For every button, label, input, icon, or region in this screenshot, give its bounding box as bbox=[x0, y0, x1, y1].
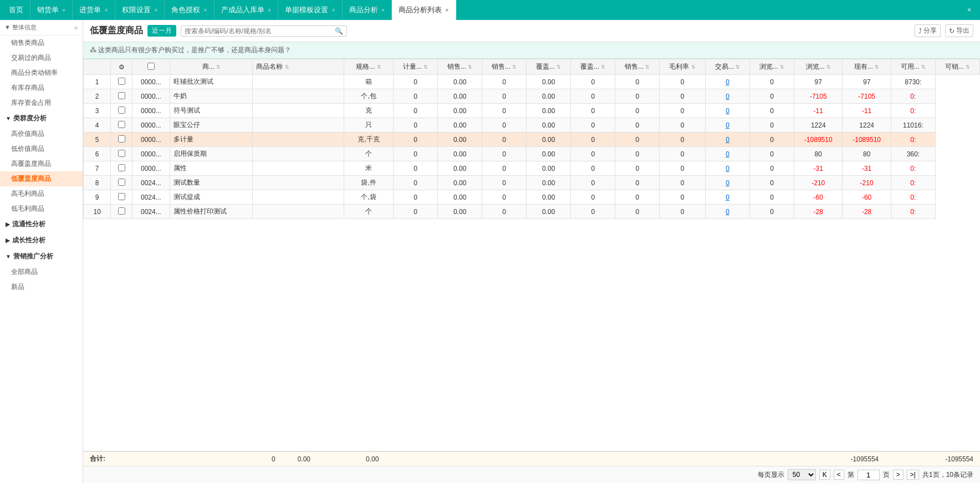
nav-close-product-analysis-list[interactable]: × bbox=[445, 7, 448, 13]
sidebar-item-in-stock-goods[interactable]: 有库存商品 bbox=[0, 80, 83, 95]
sidebar-item-category-rate[interactable]: 商品分类动销率 bbox=[0, 65, 83, 80]
row-checkbox[interactable] bbox=[118, 78, 125, 85]
cell-check[interactable] bbox=[111, 104, 132, 118]
nav-close-purchase-order[interactable]: × bbox=[104, 7, 108, 13]
row-checkbox[interactable] bbox=[118, 106, 125, 114]
cell-browse1[interactable]: 0 bbox=[706, 118, 750, 133]
nav-close-role-auth[interactable]: × bbox=[203, 7, 207, 13]
cell-browse1[interactable]: 0 bbox=[706, 190, 750, 205]
page-number-input[interactable] bbox=[858, 470, 880, 480]
row-checkbox[interactable] bbox=[118, 179, 125, 186]
nav-purchase-order[interactable]: 进货单 × bbox=[73, 0, 115, 20]
next-page-button[interactable]: > bbox=[893, 470, 904, 480]
col-header-cover2[interactable]: 覆盖... ⇅ bbox=[571, 59, 615, 75]
col-header-gross-margin[interactable]: 毛利率 ⇅ bbox=[660, 59, 706, 75]
sidebar-item-sales-goods[interactable]: 销售类商品 bbox=[0, 35, 83, 50]
cell-check[interactable] bbox=[111, 205, 132, 219]
col-header-cover1[interactable]: 覆盖... ⇅ bbox=[527, 59, 571, 75]
nav-home[interactable]: 首页 bbox=[2, 0, 30, 20]
nav-sales-order[interactable]: 销货单 × bbox=[30, 0, 73, 20]
row-checkbox[interactable] bbox=[118, 207, 125, 215]
search-icon[interactable]: 🔍 bbox=[335, 27, 343, 35]
settings-icon[interactable]: ⚙ bbox=[119, 63, 125, 71]
col-header-browse1[interactable]: 浏览... ⇅ bbox=[750, 59, 794, 75]
cell-browse1[interactable]: 0 bbox=[706, 89, 750, 104]
cell-browse1[interactable]: 0 bbox=[706, 205, 750, 219]
col-header-check[interactable]: ⚙ bbox=[111, 59, 132, 75]
nav-close-sales-order[interactable]: × bbox=[62, 7, 65, 13]
col-header-name[interactable]: 商品名称 ⇅ bbox=[253, 59, 344, 75]
select-all-checkbox[interactable] bbox=[147, 63, 155, 70]
sidebar-item-new-goods[interactable]: 新品 bbox=[0, 279, 83, 294]
row-checkbox[interactable] bbox=[118, 92, 125, 99]
col-header-sales-amt[interactable]: 销售... ⇅ bbox=[482, 59, 527, 75]
cell-check[interactable] bbox=[111, 147, 132, 161]
share-button[interactable]: ⤴ 分享 bbox=[915, 24, 941, 37]
cell-sales-qty: 0 bbox=[394, 176, 438, 190]
cell-check[interactable] bbox=[111, 118, 132, 133]
sidebar-collapse-btn[interactable]: « bbox=[74, 23, 78, 32]
row-checkbox[interactable] bbox=[118, 193, 125, 200]
col-header-browse2[interactable]: 浏览... ⇅ bbox=[794, 59, 843, 75]
col-header-code[interactable]: 商... ⇅ bbox=[170, 59, 253, 75]
cell-browse1[interactable]: 0 bbox=[706, 147, 750, 161]
col-header-sales-qty[interactable]: 销售... ⇅ bbox=[438, 59, 482, 75]
sidebar-item-low-coverage[interactable]: 低覆盖度商品 bbox=[0, 171, 83, 186]
cell-browse1[interactable]: 0 bbox=[706, 161, 750, 176]
section-liquidity-analysis[interactable]: ▶ 流通性分析 bbox=[0, 216, 83, 232]
row-checkbox[interactable] bbox=[118, 121, 125, 128]
sidebar-item-high-coverage[interactable]: 高覆盖度商品 bbox=[0, 156, 83, 171]
nav-permission-settings[interactable]: 权限设置 × bbox=[115, 0, 165, 20]
nav-close-product-warehouse[interactable]: × bbox=[268, 7, 271, 13]
cell-check[interactable] bbox=[111, 176, 132, 190]
nav-close-template[interactable]: × bbox=[331, 7, 335, 13]
cell-browse1[interactable]: 0 bbox=[706, 104, 750, 118]
row-checkbox[interactable] bbox=[118, 150, 125, 157]
col-header-saleable[interactable]: 可销... ⇅ bbox=[935, 59, 979, 75]
section-marketing-analysis[interactable]: ▼ 营销推广分析 bbox=[0, 248, 83, 265]
col-header-checkbox[interactable] bbox=[132, 59, 170, 75]
col-header-available-stock[interactable]: 可用... ⇅ bbox=[891, 59, 935, 75]
col-header-trade[interactable]: 交易... ⇅ bbox=[706, 59, 750, 75]
cell-check[interactable] bbox=[111, 190, 132, 205]
nav-product-analysis[interactable]: 商品分析 × bbox=[343, 0, 392, 20]
col-header-current-stock[interactable]: 现有... ⇅ bbox=[843, 59, 891, 75]
cell-browse1[interactable]: 0 bbox=[706, 133, 750, 147]
first-page-button[interactable]: K bbox=[819, 470, 830, 480]
sidebar-item-low-value[interactable]: 低价值商品 bbox=[0, 141, 83, 156]
sidebar-item-stock-capital[interactable]: 库存资金占用 bbox=[0, 95, 83, 110]
nav-close-permission[interactable]: × bbox=[154, 7, 157, 13]
export-button[interactable]: ↻ 导出 bbox=[945, 24, 973, 37]
last-page-button[interactable]: >| bbox=[907, 470, 919, 480]
cell-name: 多计量 bbox=[170, 133, 253, 147]
sidebar-item-high-value[interactable]: 高价值商品 bbox=[0, 126, 83, 141]
sidebar-item-traded-goods[interactable]: 交易过的商品 bbox=[0, 50, 83, 65]
prev-page-button[interactable]: < bbox=[834, 470, 844, 480]
search-input[interactable] bbox=[185, 27, 333, 35]
cell-check[interactable] bbox=[111, 89, 132, 104]
cell-check[interactable] bbox=[111, 133, 132, 147]
nav-template-settings[interactable]: 单据模板设置 × bbox=[278, 0, 342, 20]
nav-close-product-analysis[interactable]: × bbox=[381, 7, 385, 13]
section-cluster-analysis[interactable]: ▼ 类群度分析 bbox=[0, 110, 83, 126]
cell-browse1[interactable]: 0 bbox=[706, 75, 750, 89]
col-header-sales3[interactable]: 销售... ⇅ bbox=[615, 59, 660, 75]
cell-check[interactable] bbox=[111, 75, 132, 89]
cell-check[interactable] bbox=[111, 161, 132, 176]
close-all-tabs[interactable]: × bbox=[961, 6, 978, 14]
sidebar-item-high-profit[interactable]: 高毛利商品 bbox=[0, 186, 83, 201]
period-button[interactable]: 近一月 bbox=[147, 25, 176, 37]
row-checkbox[interactable] bbox=[118, 164, 125, 171]
nav-role-auth[interactable]: 角色授权 × bbox=[165, 0, 214, 20]
sidebar-item-low-profit[interactable]: 低毛利商品 bbox=[0, 201, 83, 216]
sidebar-item-all-goods[interactable]: 全部商品 bbox=[0, 265, 83, 279]
section-growth-analysis[interactable]: ▶ 成长性分析 bbox=[0, 232, 83, 248]
col-header-spec[interactable]: 规格... ⇅ bbox=[344, 59, 394, 75]
page-size-select[interactable]: 50 20 100 200 bbox=[788, 469, 816, 480]
cell-saleable: 0: bbox=[891, 104, 935, 118]
nav-product-warehouse[interactable]: 产成品入库单 × bbox=[215, 0, 278, 20]
cell-browse1[interactable]: 0 bbox=[706, 176, 750, 190]
col-header-unit[interactable]: 计量... ⇅ bbox=[394, 59, 438, 75]
row-checkbox[interactable] bbox=[118, 135, 125, 143]
nav-product-analysis-list[interactable]: 商品分析列表 × bbox=[392, 0, 456, 20]
